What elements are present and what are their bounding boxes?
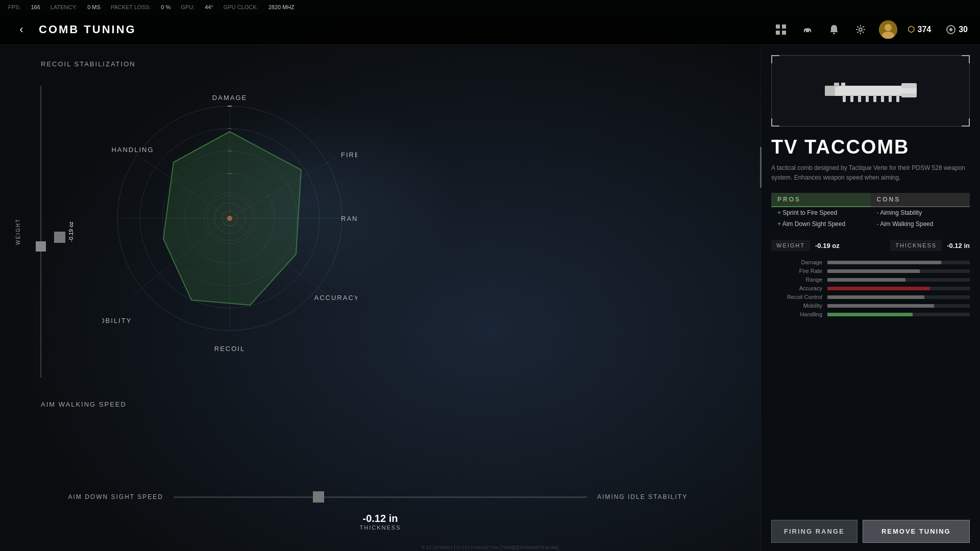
weight-thumb[interactable]: [36, 241, 46, 252]
corner-br: [962, 118, 970, 127]
headset-icon[interactable]: [799, 21, 816, 38]
weight-thickness-row: WEIGHT -0.19 oz THICKNESS -0.12 in: [771, 240, 970, 251]
weight-value: -0.19 oz: [68, 221, 74, 242]
corner-bl: [771, 118, 779, 127]
svg-rect-39: [901, 83, 917, 88]
stat-bar-track: [827, 269, 970, 273]
settings-icon[interactable]: [852, 21, 869, 38]
svg-rect-48: [896, 95, 899, 102]
stat-bar-fill: [827, 261, 941, 264]
weapon-comb-image: [820, 76, 922, 106]
weight-track: [40, 86, 41, 378]
weight-slider-thumb-side[interactable]: [54, 232, 65, 243]
stat-bar-row: Mobility: [771, 303, 970, 309]
radar-chart: DAMAGE FIRE RATE RANGE ACCURACY RECOIL M…: [102, 81, 357, 356]
stat-bar-label: Mobility: [771, 303, 822, 309]
stat-bar-label: Damage: [771, 259, 822, 265]
cod-points-block: ⬡ 374: [908, 24, 932, 34]
svg-rect-2: [776, 31, 780, 35]
svg-point-7: [885, 24, 892, 31]
back-button[interactable]: ‹: [12, 20, 31, 39]
corner-tr: [962, 55, 970, 63]
gpu-value: 44°: [205, 4, 213, 10]
svg-rect-46: [881, 95, 884, 102]
stat-bar-track: [827, 313, 970, 316]
pros-item-1-text: Sprint to Fire Speed: [782, 209, 837, 216]
fps-value: 166: [31, 4, 40, 10]
aim-walking-speed-label: AIM WALKING SPEED: [41, 400, 127, 408]
stat-bar-label: Handling: [771, 311, 822, 317]
svg-rect-38: [825, 86, 835, 96]
item-title: TV TACCOMB: [761, 137, 980, 158]
svg-rect-47: [889, 95, 892, 102]
packet-loss-label: PACKET LOSS:: [111, 4, 151, 10]
svg-point-22: [227, 216, 232, 221]
aim-down-sight-track: [174, 496, 587, 498]
stat-bar-label: Fire Rate: [771, 268, 822, 274]
nav-icons: ⬡ 374 30: [773, 20, 968, 39]
cons-item-2-text: Aim Walking Speed: [880, 220, 933, 228]
vertical-slider: WEIGHT -0.19 oz: [31, 86, 51, 378]
pros-header: PROS: [771, 193, 871, 207]
latency-label: LATENCY:: [51, 4, 77, 10]
left-panel: RECOIL STABILIZATION WEIGHT -0.19 oz: [0, 45, 761, 551]
pros-item-2-text: Aim Down Sight Speed: [782, 220, 845, 228]
svg-text:HANDLING: HANDLING: [111, 146, 154, 154]
top-nav: ‹ COMB TUNING: [0, 14, 980, 45]
svg-rect-0: [776, 24, 780, 29]
stat-bar-fill: [827, 278, 905, 282]
svg-text:RECOIL: RECOIL: [214, 345, 245, 353]
stat-bar-fill: [827, 313, 913, 316]
svg-rect-4: [833, 33, 835, 34]
aim-down-sight-label: AIM DOWN SIGHT SPEED: [51, 493, 163, 500]
remove-tuning-button[interactable]: REMOVE TUNING: [863, 520, 970, 543]
aim-down-sight-row: AIM DOWN SIGHT SPEED AIMING IDLE STABILI…: [51, 493, 709, 500]
svg-rect-44: [866, 95, 869, 102]
recoil-stabilization-label: RECOIL STABILIZATION: [41, 60, 136, 68]
thickness-stat-label: THICKNESS: [890, 240, 942, 251]
pros-box: PROS Sprint to Fire Speed Aim Down Sight…: [771, 193, 871, 230]
svg-rect-41: [843, 95, 846, 102]
stat-bar-label: Range: [771, 277, 822, 283]
stat-bar-track: [827, 295, 970, 299]
radar-container: DAMAGE FIRE RATE RANGE ACCURACY RECOIL M…: [102, 76, 357, 361]
weight-label: WEIGHT: [15, 218, 21, 245]
scroll-indicator: [760, 147, 762, 188]
stat-bar-label: Recoil Control: [771, 294, 822, 300]
hud-bar: FPS: 166 LATENCY: 0 MS PACKET LOSS: 0 % …: [0, 0, 980, 14]
item-description: A tactical comb designed by Tactique Ver…: [761, 158, 980, 188]
thickness-block: -0.12 in THICKNESS: [51, 513, 709, 531]
svg-text:MOBILITY: MOBILITY: [102, 317, 132, 324]
grid-icon[interactable]: [773, 21, 789, 38]
tokens-value: 30: [959, 25, 968, 34]
stat-bar-row: Fire Rate: [771, 268, 970, 274]
svg-rect-45: [873, 95, 876, 102]
cons-item-1: Aiming Stability: [871, 207, 970, 218]
cons-item-1-text: Aiming Stability: [880, 209, 922, 216]
svg-rect-49: [834, 83, 839, 87]
svg-point-5: [859, 28, 862, 31]
svg-text:DAMAGE: DAMAGE: [212, 94, 247, 102]
stat-bar-fill: [827, 287, 930, 290]
stat-bar-label: Accuracy: [771, 285, 822, 291]
thickness-value: -0.12 in: [51, 513, 709, 524]
cons-header: CONS: [871, 193, 970, 207]
stat-bar-fill: [827, 269, 920, 273]
gpu-clock-value: 2820 MHZ: [268, 4, 295, 10]
cons-item-2: Aim Walking Speed: [871, 218, 970, 230]
fps-label: FPS:: [8, 4, 20, 10]
stat-bar-track: [827, 278, 970, 282]
weight-stat-value: -0.19 oz: [815, 242, 840, 249]
svg-rect-42: [850, 95, 853, 102]
avatar: [879, 20, 897, 39]
stat-bar-track: [827, 261, 970, 264]
aim-down-sight-thumb[interactable]: [313, 491, 324, 503]
firing-range-button[interactable]: FIRING RANGE: [771, 520, 857, 543]
notification-icon[interactable]: [826, 21, 842, 38]
weapon-image-box: [771, 55, 970, 127]
cod-points-value: 374: [918, 25, 932, 34]
svg-rect-1: [782, 24, 786, 29]
corner-tl: [771, 55, 779, 63]
packet-loss-value: 0 %: [161, 4, 170, 10]
svg-text:FIRE RATE: FIRE RATE: [341, 151, 357, 159]
